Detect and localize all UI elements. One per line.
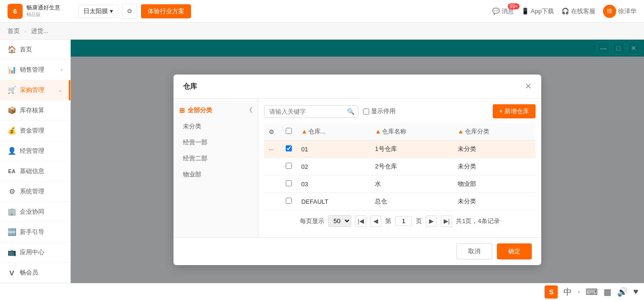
row-cb-4 — [281, 193, 297, 210]
page-size-label: 每页显示 — [300, 217, 324, 225]
sort-icon-cat: ▲ — [458, 128, 464, 135]
sidebar-item-guide[interactable]: 🆕 新手引导 — [0, 222, 70, 242]
message-button[interactable]: 💬 消息 99+ — [492, 7, 514, 16]
appcenter-icon: 📺 — [8, 248, 16, 257]
taskbar-volume-icon[interactable]: 🔊 — [617, 287, 627, 297]
page-size-select[interactable]: 50 — [328, 215, 351, 227]
taskbar-keyboard-icon[interactable]: ⌨ — [586, 287, 598, 297]
finance-icon: 💰 — [8, 126, 16, 135]
taskbar-heart-icon[interactable]: ♥ — [633, 287, 638, 297]
taskbar-grid-icon[interactable]: ▦ — [603, 287, 611, 297]
modal-close-button[interactable]: ✕ — [525, 81, 532, 92]
purchase-icon: 🛒 — [8, 86, 16, 94]
cat-item-ops1[interactable]: 经营一部 — [173, 134, 258, 150]
page-first-button[interactable]: |◀ — [355, 216, 366, 227]
row-checkbox-4[interactable] — [286, 198, 292, 204]
phone-icon: 📱 — [521, 8, 529, 15]
row-name-2: 2号仓库 — [370, 158, 453, 175]
breadcrumb-separator: › — [25, 27, 26, 34]
sidebar: 🏠 首页 📊 销售管理 ▾ 🛒 采购管理 ▴ 📦 库存核算 💰 资金管理 👤 经… — [0, 40, 71, 300]
guide-icon: 🆕 — [8, 228, 16, 236]
search-icon[interactable]: 🔍 — [347, 108, 355, 115]
row-cb-1 — [281, 141, 297, 158]
sidebar-item-finance[interactable]: 💰 资金管理 — [0, 121, 70, 141]
app-logo: 6 — [8, 4, 23, 19]
app-download-button[interactable]: 📱 App下载 — [521, 7, 554, 16]
taskbar-dot-icon[interactable]: · — [578, 287, 580, 297]
sidebar-label-sales: 销售管理 — [20, 66, 44, 74]
row-cat-4: 未分类 — [453, 193, 536, 210]
row-checkbox-3[interactable] — [286, 180, 292, 186]
message-badge: 99+ — [508, 3, 520, 9]
app-download-label: App下载 — [531, 7, 554, 16]
industry-btn[interactable]: 体验行业方案 — [141, 4, 191, 18]
sidebar-item-home[interactable]: 🏠 首页 — [0, 40, 70, 60]
row-checkbox-1[interactable] — [286, 145, 292, 151]
table-row[interactable]: 03 水 物业部 — [264, 175, 536, 193]
online-service-label: 在线客服 — [571, 7, 595, 16]
sidebar-item-enterprise[interactable]: 🏢 企业协同 — [0, 202, 70, 222]
sidebar-item-system[interactable]: ⚙ 系统管理 — [0, 182, 70, 202]
sidebar-item-member[interactable]: V 畅会员 — [0, 263, 70, 283]
total-label: 共1页，4条记录 — [456, 217, 499, 225]
sidebar-item-appcenter[interactable]: 📺 应用中心 — [0, 242, 70, 263]
modal-footer: 取消 确定 — [173, 237, 541, 265]
breadcrumb-current: 进货... — [31, 27, 49, 34]
branch-selector[interactable]: 日太阳膜 ▾ — [78, 5, 118, 18]
taskbar-chinese-icon[interactable]: 中 — [563, 286, 572, 298]
cat-collapse-icon[interactable]: 《 — [246, 106, 252, 115]
user-info[interactable]: 徐 徐泽华 — [603, 5, 636, 18]
table-row[interactable]: DEFAULT 总仓 未分类 — [264, 193, 536, 210]
headset-icon: 🎧 — [561, 8, 569, 15]
online-service-button[interactable]: 🎧 在线客服 — [561, 7, 595, 16]
app-subtitle: 精品版 — [26, 11, 60, 18]
pagination-bar: 每页显示 50 |◀ ◀ 第 页 ▶ ▶| 共1页，4条记录 — [264, 210, 536, 232]
col-category: ▲仓库分类 — [453, 123, 536, 141]
page-next-button[interactable]: ▶ — [426, 216, 437, 227]
sales-expand-icon: ▾ — [60, 67, 63, 73]
sales-icon: 📊 — [8, 66, 16, 74]
gear-header-icon: ⚙ — [269, 128, 274, 135]
row-gear-3 — [264, 175, 281, 193]
select-all-checkbox[interactable] — [286, 128, 292, 134]
row-checkbox-2[interactable] — [286, 163, 292, 169]
page-prev-button[interactable]: ◀ — [370, 216, 381, 227]
add-warehouse-button[interactable]: + 新增仓库 — [493, 104, 536, 118]
message-icon: 💬 — [492, 8, 500, 15]
sidebar-item-inventory[interactable]: 📦 库存核算 — [0, 100, 70, 121]
sidebar-item-operations[interactable]: 👤 经营管理 — [0, 141, 70, 161]
cat-item-unclassified[interactable]: 未分类 — [173, 118, 258, 134]
show-disabled-label[interactable]: 显示停用 — [363, 107, 396, 116]
sidebar-item-sales[interactable]: 📊 销售管理 ▾ — [0, 60, 70, 80]
grid-icon: ⊞ — [179, 107, 185, 114]
cat-item-property[interactable]: 物业部 — [173, 167, 258, 183]
row-cb-2 — [281, 158, 297, 175]
search-input[interactable] — [264, 105, 358, 118]
col-checkbox — [281, 123, 297, 141]
col-gear: ⚙ — [264, 123, 281, 141]
sort-icon-name: ▲ — [375, 128, 381, 135]
page-last-button[interactable]: ▶| — [441, 216, 452, 227]
show-disabled-checkbox[interactable] — [363, 108, 369, 115]
breadcrumb-home[interactable]: 首页 — [8, 27, 20, 34]
settings-button[interactable]: ⚙ — [122, 4, 137, 19]
cat-item-ops2[interactable]: 经营二部 — [173, 150, 258, 167]
table-row[interactable]: ··· 01 1号仓库 未分类 — [264, 141, 536, 158]
confirm-button[interactable]: 确定 — [497, 243, 532, 259]
sidebar-item-purchase[interactable]: 🛒 采购管理 ▴ — [0, 80, 70, 100]
top-header: 6 畅康通好生意 精品版 日太阳膜 ▾ ⚙ 体验行业方案 💬 消息 99+ 📱 … — [0, 0, 644, 23]
row-code-3: 03 — [297, 175, 370, 193]
cat-all-header[interactable]: ⊞ 全部分类 《 — [173, 102, 258, 118]
home-icon: 🏠 — [8, 45, 16, 54]
sidebar-label-basic-info: 基础信息 — [20, 167, 44, 175]
col-code: ▲仓库... — [297, 123, 370, 141]
cancel-button[interactable]: 取消 — [456, 243, 492, 259]
table-body: ··· 01 1号仓库 未分类 02 — [264, 141, 536, 210]
category-sidebar: ⊞ 全部分类 《 未分类 经营一部 经营二部 物业部 — [173, 99, 258, 237]
modal-title: 仓库 — [183, 82, 197, 91]
sidebar-item-basic-info[interactable]: EA 基础信息 — [0, 161, 70, 182]
page-number-input[interactable] — [395, 216, 412, 226]
table-row[interactable]: 02 2号仓库 未分类 — [264, 158, 536, 175]
modal-overlay: 仓库 ✕ ⊞ 全部分类 《 未分类 经营一部 经营二部 — [71, 40, 644, 300]
sidebar-label-home: 首页 — [20, 45, 32, 54]
